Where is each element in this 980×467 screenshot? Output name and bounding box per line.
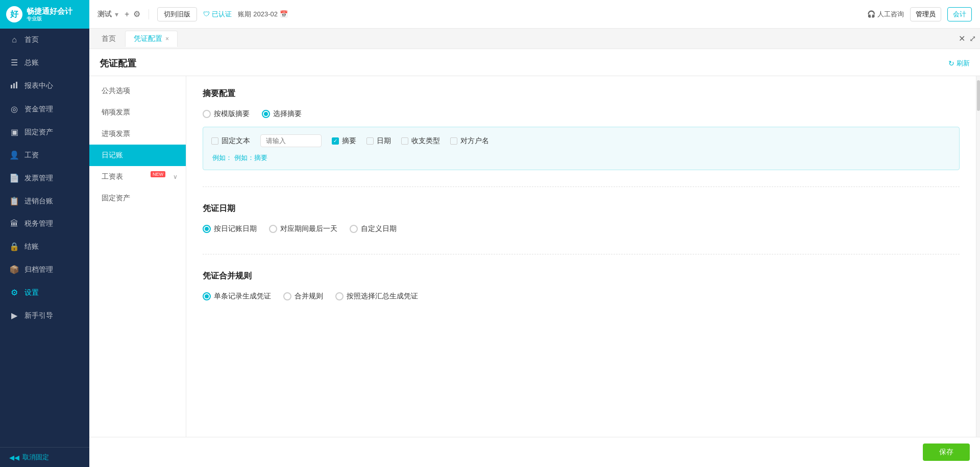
left-nav-public[interactable]: 公共选项: [89, 80, 186, 102]
main-wrapper: 测试 ▾ + ⚙ 切到旧版 🛡 已认证 账期 2023-02 📅 🎧 人工咨询 …: [89, 0, 980, 467]
left-nav-fixed-asset[interactable]: 固定资产: [89, 188, 186, 209]
checkbox-type[interactable]: 收支类型: [401, 136, 440, 146]
sidebar-logo: 好 畅捷通好会计 专业版: [0, 0, 89, 29]
radio-single-circle: [203, 292, 211, 300]
logo-sub: 专业版: [27, 16, 72, 22]
tab-config[interactable]: 凭证配置 ×: [125, 31, 178, 47]
checkbox-date[interactable]: 日期: [366, 136, 391, 146]
radio-period-circle: [269, 225, 277, 233]
dropdown-icon[interactable]: ▾: [115, 10, 118, 18]
tab-bar-right: ✕ ⤢: [959, 34, 976, 43]
sidebar-item-report[interactable]: 报表中心: [0, 74, 89, 98]
merge-radio-rule[interactable]: 合并规则: [283, 292, 323, 301]
refresh-btn[interactable]: ↻ 刷新: [948, 59, 970, 68]
consult-label: 人工咨询: [877, 10, 904, 19]
sidebar-item-tax[interactable]: 🏛 税务管理: [0, 213, 89, 235]
sidebar-item-archive[interactable]: 📦 归档管理: [0, 258, 89, 281]
radio-summary-label: 按照选择汇总生成凭证: [347, 292, 418, 301]
summary-radio-select[interactable]: 选择摘要: [262, 109, 302, 119]
checkbox-counterpart[interactable]: 对方户名: [450, 136, 489, 146]
sidebar-item-settings[interactable]: ⚙ 设置: [0, 281, 89, 304]
radio-diary-label: 按日记账日期: [214, 224, 257, 233]
close-account-icon: 🔒: [9, 242, 19, 251]
date-radio-group: 按日记账日期 对应期间最后一天 自定义日期: [203, 224, 960, 233]
merge-radio-summary[interactable]: 按照选择汇总生成凭证: [335, 292, 418, 301]
checkbox-summary-box: ✓: [332, 137, 339, 145]
radio-diary-circle: [203, 225, 211, 233]
radio-custom-label: 自定义日期: [361, 224, 397, 233]
svg-rect-2: [16, 82, 17, 88]
radio-single-label: 单条记录生成凭证: [214, 292, 271, 301]
sidebar-item-salary[interactable]: 👤 工资: [0, 144, 89, 167]
tab-close-window-icon[interactable]: ✕: [959, 34, 965, 43]
summary-options-box: 固定文本 ✓ 摘要 日期: [203, 127, 960, 170]
example-text: 例如： 例如：摘要: [211, 153, 951, 162]
fixed-text-input[interactable]: [260, 134, 322, 147]
sidebar-label-archive: 归档管理: [24, 265, 53, 274]
inner-layout: 公共选项 销项发票 进项发票 日记账 工资表 NEW ∨ 固定资产: [89, 76, 980, 437]
settings-icon: ⚙: [9, 288, 19, 297]
date-radio-diary[interactable]: 按日记账日期: [203, 224, 257, 233]
checkbox-type-box: [401, 137, 408, 145]
archive-icon: 📦: [9, 265, 19, 274]
sidebar-item-guide[interactable]: ▶ 新手引导: [0, 304, 89, 327]
left-nav-sales[interactable]: 销项发票: [89, 102, 186, 123]
sidebar-item-home[interactable]: ⌂ 首页: [0, 29, 89, 51]
add-project-btn[interactable]: +: [125, 10, 129, 19]
merge-radio-single[interactable]: 单条记录生成凭证: [203, 292, 271, 301]
cancel-fixed-btn[interactable]: ◀◀ 取消固定: [0, 447, 89, 467]
topbar-settings-btn[interactable]: ⚙: [133, 9, 140, 19]
sidebar-item-ledger[interactable]: ☰ 总账: [0, 51, 89, 74]
left-nav-payroll[interactable]: 工资表 NEW ∨: [89, 166, 186, 188]
sidebar-label-trade: 进销台账: [24, 197, 53, 206]
left-nav-sales-label: 销项发票: [102, 108, 130, 116]
tab-close-icon[interactable]: ×: [165, 35, 169, 42]
payroll-chevron-icon: ∨: [173, 173, 178, 180]
consult-btn[interactable]: 🎧 人工咨询: [867, 10, 904, 19]
sidebar-label-capital: 资金管理: [24, 105, 53, 114]
sidebar-item-close[interactable]: 🔒 结账: [0, 235, 89, 258]
svg-rect-0: [11, 85, 12, 88]
assets-icon: ▣: [9, 127, 19, 137]
summary-radio-template[interactable]: 按模版摘要: [203, 109, 250, 119]
checkbox-fixed-text-label: 固定文本: [222, 136, 250, 146]
save-btn[interactable]: 保存: [923, 443, 970, 461]
accountant-btn[interactable]: 会计: [947, 7, 972, 21]
left-arrow-icon: ◀◀: [9, 454, 19, 461]
tab-expand-icon[interactable]: ⤢: [969, 34, 976, 43]
verified-label: 已认证: [212, 10, 232, 19]
left-nav-purchase-label: 进项发票: [102, 129, 130, 137]
sidebar-label-assets: 固定资产: [24, 128, 53, 137]
topbar-project: 测试 ▾: [97, 10, 118, 19]
sidebar-item-invoice[interactable]: 📄 发票管理: [0, 167, 89, 190]
headset-icon: 🎧: [867, 10, 875, 18]
left-nav-diary[interactable]: 日记账: [89, 145, 186, 166]
left-nav-payroll-label: 工资表: [102, 172, 123, 181]
sidebar-label-salary: 工资: [24, 151, 39, 160]
date-radio-custom[interactable]: 自定义日期: [350, 224, 397, 233]
checkbox-fixed-text[interactable]: 固定文本: [211, 136, 250, 146]
radio-period-label: 对应期间最后一天: [280, 224, 337, 233]
sidebar-item-assets[interactable]: ▣ 固定资产: [0, 121, 89, 144]
page-title: 凭证配置: [100, 57, 136, 69]
switch-old-btn[interactable]: 切到旧版: [157, 7, 197, 21]
cancel-fixed-label: 取消固定: [22, 453, 49, 462]
shield-icon: 🛡: [203, 10, 210, 18]
calendar-icon[interactable]: 📅: [280, 10, 288, 18]
manager-btn[interactable]: 管理员: [910, 7, 941, 21]
page-content-area: 凭证配置 ↻ 刷新 公共选项 销项发票 进项发票 日记账: [89, 49, 980, 467]
checkbox-summary-label: 摘要: [342, 136, 356, 146]
section-date: 凭证日期 按日记账日期 对应期间最后一天 自定义日期: [203, 203, 960, 254]
tab-home[interactable]: 首页: [93, 31, 124, 47]
right-scrollbar[interactable]: [976, 76, 980, 437]
merge-title: 凭证合并规则: [203, 271, 960, 282]
checkbox-row: 固定文本 ✓ 摘要 日期: [211, 134, 951, 147]
sidebar-item-trade[interactable]: 📋 进销台账: [0, 190, 89, 213]
refresh-icon: ↻: [948, 59, 954, 67]
logo-text: 畅捷通好会计 专业版: [27, 7, 72, 22]
left-nav-purchase[interactable]: 进项发票: [89, 123, 186, 145]
sidebar-item-capital[interactable]: ◎ 资金管理: [0, 98, 89, 121]
checkbox-summary[interactable]: ✓ 摘要: [332, 136, 356, 146]
summary-radio-group: 按模版摘要 选择摘要: [203, 109, 960, 119]
date-radio-period[interactable]: 对应期间最后一天: [269, 224, 337, 233]
